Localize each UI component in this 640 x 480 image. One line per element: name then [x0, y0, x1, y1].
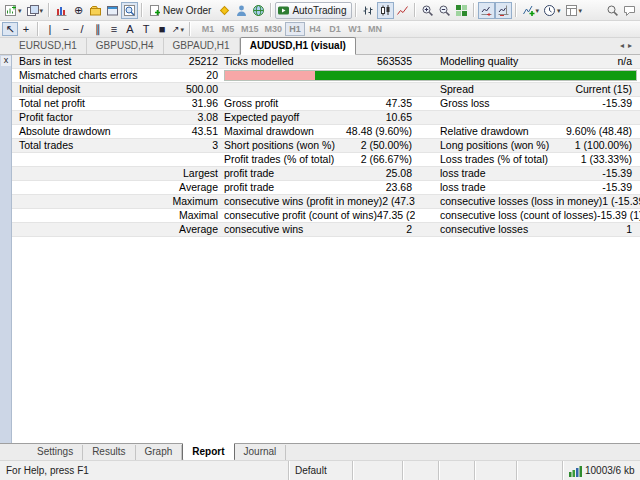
timeframe-m1-button[interactable]: M1 — [198, 22, 218, 36]
vertical-line-tool-button[interactable]: | — [42, 22, 58, 36]
periods-button[interactable]: ▾ — [541, 2, 563, 19]
chart-tab-gbpaud[interactable]: GBPAUD,H1 — [164, 38, 240, 54]
label-tool-button[interactable]: T — [138, 22, 154, 36]
status-bar: For Help, press F1 Default 10003/6 kb — [0, 460, 640, 480]
report-value: 3.08 — [198, 111, 218, 124]
report-value: 9.60% (48.48) — [566, 125, 632, 138]
candlestick-icon — [379, 4, 392, 17]
report-value: 43.51 — [192, 125, 218, 138]
report-value: 47.35 — [386, 97, 412, 110]
report-value: -15.39 — [602, 97, 632, 110]
timeframe-h4-button[interactable]: H4 — [305, 22, 325, 36]
tile-windows-button[interactable] — [453, 2, 470, 19]
profiles-button[interactable]: ▾ — [24, 2, 46, 19]
text-tool-button[interactable]: A — [122, 22, 138, 36]
status-connection: 10003/6 kb — [562, 461, 640, 480]
report-value: 1 (33.33%) — [581, 153, 632, 166]
report-label: Maximal drawdown — [224, 125, 314, 138]
timeframe-w1-button[interactable]: W1 — [345, 22, 365, 36]
dropdown-caret-icon: ▾ — [536, 7, 540, 14]
cursor-tool-button[interactable]: ↖ — [2, 22, 18, 36]
strategy-tester-button[interactable] — [121, 2, 138, 19]
zoom-out-button[interactable] — [436, 2, 453, 19]
report-row: Mismatched charts errors20 — [12, 69, 640, 83]
report-value: 25.08 — [386, 167, 412, 180]
terminal-button[interactable] — [104, 2, 121, 19]
timeframe-m5-button[interactable]: M5 — [218, 22, 238, 36]
indicators-button[interactable]: ▾ — [520, 2, 542, 19]
tester-tab-settings[interactable]: Settings — [28, 445, 83, 461]
arrows-icon: ↗ — [172, 25, 180, 34]
auto-scroll-button[interactable] — [478, 2, 495, 19]
bar-chart-button[interactable] — [360, 2, 377, 19]
report-value: 563535 — [377, 55, 412, 68]
new-order-button[interactable]: New Order — [146, 2, 216, 19]
report-label: loss trade — [440, 167, 486, 180]
report-value: 2 (50.00%) — [361, 139, 412, 152]
line-chart-button[interactable] — [394, 2, 411, 19]
candlestick-chart-button[interactable] — [377, 2, 394, 19]
report-value: n/a — [617, 55, 632, 68]
navigator-button[interactable] — [87, 2, 104, 19]
tab-scroll-left-icon[interactable]: ◂ — [620, 41, 628, 50]
close-panel-button[interactable]: x — [1, 56, 11, 66]
report-label: Loss trades (% of total) — [440, 153, 548, 166]
report-label: Modelling quality — [440, 55, 518, 68]
report-value: 3 — [212, 139, 218, 152]
new-order-label: New Order — [163, 5, 211, 16]
report-row: Averageprofit trade23.68loss trade-15.39 — [12, 181, 640, 195]
fibonacci-tool-button[interactable]: ≡ — [106, 22, 122, 36]
tester-tab-report[interactable]: Report — [182, 443, 234, 461]
timeframe-d1-button[interactable]: D1 — [325, 22, 345, 36]
crosshair-tool-button[interactable]: + — [18, 22, 34, 36]
expert-advisors-button[interactable] — [233, 2, 250, 19]
chart-shift-button[interactable] — [495, 2, 512, 19]
chart-tab-gbpusd[interactable]: GBPUSD,H4 — [87, 38, 164, 54]
market-watch-button[interactable] — [53, 2, 70, 19]
report-label: Expected payoff — [224, 111, 299, 124]
news-button[interactable] — [250, 2, 267, 19]
zoom-in-button[interactable] — [419, 2, 436, 19]
timeframe-m30-button[interactable]: M30 — [262, 22, 286, 36]
trendline-tool-button[interactable]: / — [74, 22, 90, 36]
chat-button[interactable] — [621, 2, 638, 19]
timeframe-h1-button[interactable]: H1 — [285, 22, 305, 36]
timeframe-mn-button[interactable]: MN — [365, 22, 385, 36]
report-label: Absolute drawdown — [19, 125, 111, 138]
report-value: Average — [179, 181, 218, 194]
line-chart-icon — [396, 4, 409, 17]
templates-button[interactable]: ▾ — [563, 2, 585, 19]
report-label: Long positions (won %) — [440, 139, 549, 152]
template-icon — [565, 4, 578, 17]
report-row: Total net profit31.96Gross profit47.35Gr… — [12, 97, 640, 111]
new-chart-button[interactable]: ▾ — [2, 2, 24, 19]
tab-scroll-arrows[interactable]: ◂▸ — [620, 41, 636, 50]
tester-tab-journal[interactable]: Journal — [235, 445, 287, 461]
autotrading-icon — [277, 4, 290, 17]
report-row: Absolute drawdown43.51Maximal drawdown48… — [12, 125, 640, 139]
quality-bar-good-segment — [315, 71, 636, 80]
search-button[interactable] — [604, 2, 621, 19]
status-profile-selector[interactable]: Default — [288, 461, 352, 480]
horizontal-line-tool-button[interactable]: − — [58, 22, 74, 36]
timeframe-m15-button[interactable]: M15 — [238, 22, 262, 36]
chart-tab-eurusd[interactable]: EURUSD,H1 — [10, 38, 87, 54]
toolbar-separator — [189, 22, 191, 36]
shapes-tool-button[interactable]: ■ — [154, 22, 170, 36]
globe-icon — [252, 4, 265, 17]
report-value: 31.96 — [192, 97, 218, 110]
report-value: -15.39 — [602, 181, 632, 194]
autotrading-button[interactable]: AutoTrading — [275, 2, 351, 19]
tester-tab-results[interactable]: Results — [83, 445, 135, 461]
channel-tool-button[interactable]: ∥ — [90, 22, 106, 36]
tester-report-area: x Tester Bars in test25212Ticks modelled… — [0, 55, 640, 443]
tab-scroll-right-icon[interactable]: ▸ — [628, 41, 636, 50]
arrows-tool-button[interactable]: ↗▾ — [170, 22, 186, 36]
data-window-button[interactable]: ⊕ — [70, 2, 87, 19]
metaeditor-button[interactable] — [216, 2, 233, 19]
tester-tab-graph[interactable]: Graph — [136, 445, 183, 461]
report-value: -15.39 (1) — [597, 209, 640, 222]
chat-icon — [623, 4, 636, 17]
chart-tab-audusd[interactable]: AUDUSD,H1 (visual) — [240, 37, 356, 55]
status-empty-cell — [516, 461, 562, 480]
